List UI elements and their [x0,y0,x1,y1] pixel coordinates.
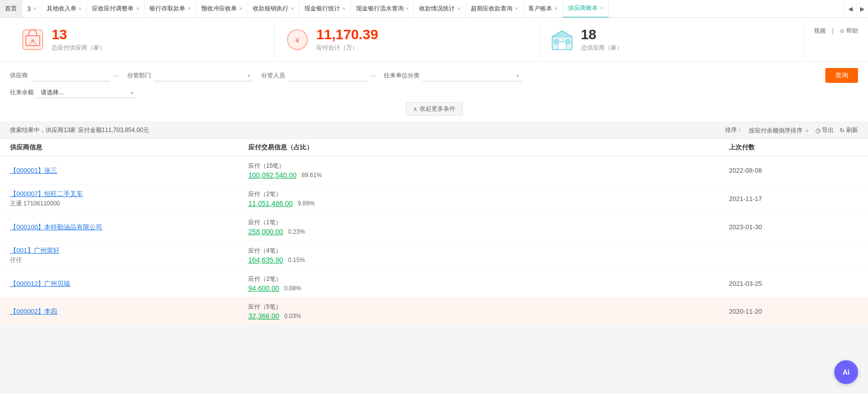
nav-customer-book[interactable]: 客户账本 × [523,0,563,18]
filter-balance: 往来余额 请选择... [10,87,136,98]
amount-info-col: 应付（5笔） 32,366.00 0.03% [248,303,729,320]
amount-desc: 应付（5笔） [248,303,729,311]
filter-row-2: 往来余额 请选择... [10,87,858,98]
close-icon[interactable]: × [555,6,558,11]
sort-select-wrap: 按应付余额倒序排序 [749,127,809,134]
supplier-info-col: 【000012】广州贝瑞 [10,279,248,288]
amount-row: 100,092,540.00 89.61% [248,171,729,179]
svg-rect-6 [558,42,566,50]
table-row: 【000001】张三 应付（15笔） 100,092,540.00 89.61%… [0,157,868,185]
nav-3[interactable]: 3 × [22,0,42,18]
supplier-name-link[interactable]: 【000001】张三 [10,166,248,175]
summary-card-amount: ¥ 11,170.39 应付合计（万） [275,23,539,57]
person-more-icon[interactable]: ··· [370,71,376,79]
table-row: 【001】广州荣轩 仔仔 应付（4笔） 164,635.90 0.15% [0,241,868,270]
amount-desc: 应付（1笔） [248,218,729,227]
nav-adjust[interactable]: 应收应付调整单 × [87,0,145,18]
filter-category: 往来单位分类 [384,70,522,81]
balance-select[interactable]: 请选择... [37,87,136,98]
table-row: 【000007】恒旺二手叉车 王通 17106110000 应付（2笔） 11,… [0,185,868,213]
close-icon[interactable]: × [515,6,518,11]
store-icon [549,27,575,53]
close-icon[interactable]: × [79,6,82,11]
close-icon[interactable]: × [291,6,294,11]
nav-right-arrow[interactable]: ▶ [856,0,868,18]
summary-info-total: 18 总供应商（家） [581,27,623,52]
close-icon[interactable]: × [457,6,460,11]
close-icon[interactable]: × [406,6,409,11]
nav-arrows: ◀ ▶ [844,0,868,18]
supplier-name-link[interactable]: 【000007】恒旺二手叉车 [10,190,248,198]
amount-pct: 89.61% [301,172,322,179]
col-header-trans: 应付交易信息（占比） [248,143,729,152]
nav-cash-stat[interactable]: 现金银行统计 × [299,0,351,18]
close-icon[interactable]: × [343,6,346,11]
supplier-name-link[interactable]: 【001】广州荣轩 [10,246,248,255]
close-icon[interactable]: × [239,6,242,11]
supplier-sub: 王通 17106110000 [10,199,248,208]
top-right-links: 视频 ｜ ⊙ 帮助 [804,23,858,35]
last-pay-date: 2020-11-20 [729,308,858,315]
dept-select[interactable] [154,70,253,81]
amount-pct: 9.89% [298,200,315,207]
amount-info-col: 应付（4笔） 164,635.90 0.15% [248,247,729,264]
supplier-name-link[interactable]: 【000012】广州贝瑞 [10,279,248,288]
supplier-more-icon[interactable]: ··· [113,71,119,79]
table-row: 【000100】本特勤油品有限公司 应付（1笔） 258,000.00 0.23… [0,213,868,241]
close-icon[interactable]: × [33,6,36,11]
category-select[interactable] [423,70,522,81]
amount-value[interactable]: 100,092,540.00 [248,171,296,179]
supplier-info-col: 【000100】本特勤油品有限公司 [10,223,248,232]
sort-select[interactable]: 按应付余额倒序排序 [749,127,809,134]
collapse-chevron-icon: ∧ [413,106,418,113]
nav-advance[interactable]: 预收冲应收单 × [196,0,248,18]
export-link[interactable]: ◷ 导出 [815,126,834,134]
help-link[interactable]: ⊙ 帮助 [840,27,858,35]
amount-desc: 应付（4笔） [248,247,729,255]
filter-row-1: 供应商 ··· 分管部门 分管人员 ··· 往来单位分类 查询 [10,68,858,83]
amount-value[interactable]: 258,000.00 [248,228,283,236]
close-icon[interactable]: × [188,6,191,11]
nav-receipt[interactable]: 收款核销执行 × [248,0,299,18]
nav-other-income[interactable]: 其他收入单 × [42,0,87,18]
nav-cash-flow[interactable]: 现金银行流水查询 × [351,0,415,18]
amount-desc: 应付（2笔） [248,190,729,198]
person-input[interactable] [288,70,367,81]
nav-left-arrow[interactable]: ◀ [844,0,856,18]
amount-info-col: 应付（2笔） 11,051,486.00 9.89% [248,190,729,207]
svg-text:¥: ¥ [295,36,299,44]
amount-value[interactable]: 11,051,486.00 [248,199,293,207]
refresh-link[interactable]: ↻ 刷新 [840,126,858,134]
amount-value[interactable]: 164,635.90 [248,256,283,264]
nav-home[interactable]: 首页 [0,0,22,18]
nav-supplier-book[interactable]: 供应商账本 × [563,0,609,18]
supplier-name-link[interactable]: 【000002】李四 [10,307,248,316]
filter-section: 供应商 ··· 分管部门 分管人员 ··· 往来单位分类 查询 [0,62,868,122]
amount-row: 258,000.00 0.23% [248,228,729,236]
supplier-input[interactable] [31,70,110,81]
category-filter-label: 往来单位分类 [384,71,420,80]
collapse-button[interactable]: ∧ 收起更多条件 [406,102,463,116]
amount-value[interactable]: 32,366.00 [248,312,279,320]
amount-icon: ¥ [285,27,310,53]
table-row: 【000012】广州贝瑞 应付（2笔） 94,600.00 0.08% 2021… [0,270,868,298]
summary-label-total: 总供应商（家） [581,44,623,52]
amount-pct: 0.15% [288,257,305,263]
filter-person: 分管人员 ··· [261,70,376,81]
filter-dept: 分管部门 [127,70,253,81]
amount-value[interactable]: 94,600.00 [248,284,279,292]
amount-info-col: 应付（15笔） 100,092,540.00 89.61% [248,162,729,179]
nav-receipt-stat[interactable]: 收款情况统计 × [414,0,466,18]
last-pay-date: 2021-03-25 [729,280,858,287]
close-icon[interactable]: × [136,6,139,11]
nav-bank-deposit[interactable]: 银行存取款单 × [145,0,196,18]
filter-supplier: 供应商 ··· [10,70,119,81]
nav-overdue[interactable]: 超期应收款查询 × [466,0,523,18]
amount-desc: 应付（15笔） [248,162,729,170]
amount-info-col: 应付（1笔） 258,000.00 0.23% [248,218,729,236]
close-icon[interactable]: × [600,5,603,11]
query-button[interactable]: 查询 [825,68,858,83]
video-link[interactable]: 视频 [814,27,826,35]
sort-label: 排序： [725,126,743,134]
supplier-name-link[interactable]: 【000100】本特勤油品有限公司 [10,223,248,232]
